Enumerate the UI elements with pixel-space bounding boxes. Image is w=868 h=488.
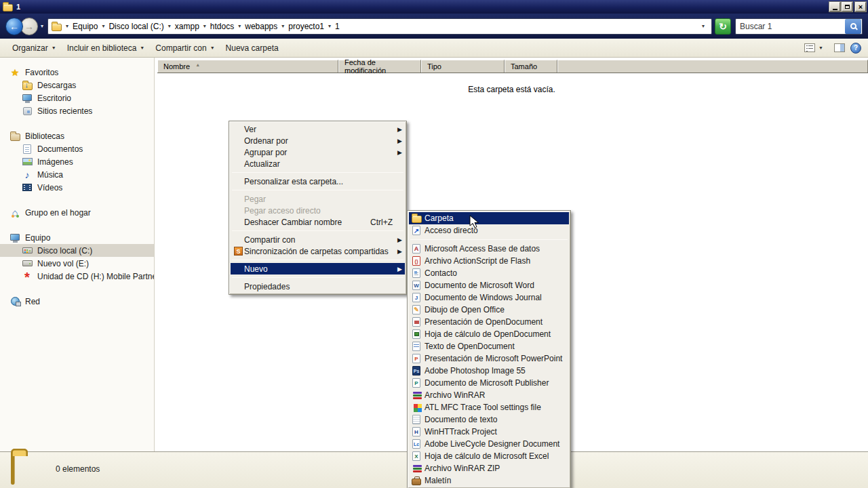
minimize-button[interactable] <box>829 2 840 12</box>
submenu-item-atl-mfc[interactable]: ATL MFC Trace Tool settings file <box>409 401 569 413</box>
breadcrumb-xampp[interactable]: xampp <box>175 22 199 31</box>
column-header-tamano[interactable]: Tamaño <box>505 60 557 73</box>
submenu-arrow-icon: ▶ <box>394 138 402 144</box>
breadcrumb-separator-icon[interactable]: ▾ <box>234 23 245 29</box>
sidebar-item-sitios-recientes[interactable]: Sitios recientes <box>0 104 154 117</box>
sidebar-item-nuevo-vol-e[interactable]: Nuevo vol (E:) <box>0 257 154 270</box>
submenu-item-photoshop[interactable]: Adobe Photoshop Image 55 <box>409 365 569 377</box>
submenu-item-maletin[interactable]: Maletín <box>409 474 569 487</box>
submenu-item-acceso-directo[interactable]: Acceso directo <box>409 224 569 237</box>
refresh-button[interactable]: ↻ <box>715 18 731 35</box>
sidebar-item-musica[interactable]: ♪ Música <box>0 168 154 181</box>
breadcrumb-separator-icon[interactable]: ▾ <box>324 23 335 29</box>
submenu-item-word[interactable]: Documento de Microsoft Word <box>409 279 569 291</box>
sidebar-item-videos[interactable]: Vídeos <box>0 181 154 194</box>
word-icon <box>411 280 422 291</box>
sidebar-item-escritorio[interactable]: Escritorio <box>0 92 154 104</box>
chevron-down-icon: ▼ <box>140 45 144 50</box>
submenu-arrow-icon: ▶ <box>394 149 402 156</box>
sidebar-group-grupo-hogar[interactable]: ⌂ Grupo en el hogar <box>0 206 154 219</box>
include-in-library-button[interactable]: Incluir en biblioteca▼ <box>62 41 151 56</box>
context-menu-item-agrupar-por[interactable]: Agrupar por▶ <box>231 146 405 158</box>
submenu-item-openoffice-draw[interactable]: Dibujo de Open Office <box>409 304 569 316</box>
breadcrumb-separator-icon[interactable]: ▾ <box>199 23 210 29</box>
context-menu-item-compartir-con[interactable]: Compartir con▶ <box>231 234 405 245</box>
menu-separator <box>232 277 403 278</box>
submenu-item-access[interactable]: Microsoft Access Base de datos <box>409 243 569 255</box>
submenu-item-ods[interactable]: Hoja de cálculo de OpenDocument <box>409 328 569 340</box>
star-icon: ★ <box>9 67 20 78</box>
context-menu: Ver▶ Ordenar por▶ Agrupar por▶ Actualiza… <box>229 121 407 295</box>
history-chevron-icon[interactable]: ▾ <box>41 23 43 29</box>
column-header-nombre[interactable]: Nombre▲ <box>157 60 338 73</box>
address-dropdown-icon[interactable]: ▾ <box>698 23 709 29</box>
breadcrumb-1[interactable]: 1 <box>335 22 340 31</box>
submenu-item-winrar[interactable]: Archivo WinRAR <box>409 389 569 401</box>
sidebar-item-imagenes[interactable]: Imágenes <box>0 155 154 168</box>
submenu-item-texto[interactable]: Documento de texto <box>409 413 569 426</box>
views-button[interactable]: ▼ <box>799 41 829 55</box>
submenu-item-actionscript[interactable]: Archivo ActionScript de Flash <box>409 255 569 267</box>
search-icon[interactable] <box>845 19 861 34</box>
libraries-icon <box>9 131 20 142</box>
share-with-button[interactable]: Compartir con▼ <box>150 41 220 56</box>
title-bar: 1 × <box>0 0 868 14</box>
sidebar-group-favoritos[interactable]: ★ Favoritos <box>0 66 154 79</box>
context-menu-item-ordenar-por[interactable]: Ordenar por▶ <box>231 135 405 146</box>
ods-icon <box>411 329 422 340</box>
contact-icon <box>411 268 422 279</box>
close-button[interactable]: × <box>855 2 866 12</box>
context-menu-item-sincronizacion[interactable]: S Sincronización de carpetas compartidas… <box>231 245 405 257</box>
breadcrumb-equipo[interactable]: Equipo <box>73 22 98 31</box>
submenu-item-odt[interactable]: Texto de OpenDocument <box>409 340 569 352</box>
submenu-item-excel[interactable]: Hoja de cálculo de Microsoft Excel <box>409 450 569 462</box>
sidebar-item-disco-local-c[interactable]: Disco local (C:) <box>0 244 154 257</box>
breadcrumb-disco-local[interactable]: Disco local (C:) <box>108 22 163 31</box>
sidebar-group-bibliotecas[interactable]: Bibliotecas <box>0 129 154 142</box>
submenu-item-publisher[interactable]: Documento de Microsoft Publisher <box>409 377 569 389</box>
submenu-item-contacto[interactable]: Contacto <box>409 267 569 279</box>
submenu-item-carpeta[interactable]: Carpeta <box>409 212 569 224</box>
sidebar-item-descargas[interactable]: Descargas <box>0 79 154 92</box>
organize-button[interactable]: Organizar▼ <box>7 41 62 56</box>
submenu-item-winrar-zip[interactable]: Archivo WinRAR ZIP <box>409 462 569 474</box>
submenu-item-odp[interactable]: Presentación de OpenDocument <box>409 316 569 328</box>
sidebar-group-red[interactable]: Red <box>0 295 154 308</box>
chevron-down-icon: ▼ <box>818 45 823 50</box>
submenu-item-journal[interactable]: Documento de Windows Journal <box>409 291 569 304</box>
context-menu-item-deshacer[interactable]: Deshacer Cambiar nombre Ctrl+Z <box>231 216 405 228</box>
column-header-fecha[interactable]: Fecha de modificación <box>338 60 421 73</box>
briefcase-icon <box>411 475 422 486</box>
new-folder-button[interactable]: Nueva carpeta <box>220 41 284 56</box>
breadcrumb-htdocs[interactable]: htdocs <box>210 22 234 31</box>
submenu-item-winhttrack[interactable]: WinHTTrack Project <box>409 426 569 438</box>
breadcrumb-proyecto1[interactable]: proyecto1 <box>288 22 324 31</box>
restore-button[interactable] <box>842 2 852 12</box>
context-menu-item-personalizar[interactable]: Personalizar esta carpeta... <box>231 176 405 187</box>
context-menu-item-propiedades[interactable]: Propiedades <box>231 281 405 292</box>
breadcrumb-separator-icon[interactable]: ▾ <box>277 23 288 29</box>
sidebar-item-cd-h-mobile-partner[interactable]: * Unidad de CD (H:) Mobile Partner <box>0 270 154 283</box>
preview-pane-button[interactable] <box>834 43 845 52</box>
back-button[interactable]: ← <box>5 18 23 35</box>
menu-separator <box>232 230 403 231</box>
column-header-tipo[interactable]: Tipo <box>421 60 505 73</box>
downloads-folder-icon <box>22 80 33 91</box>
context-menu-item-ver[interactable]: Ver▶ <box>231 123 405 135</box>
sidebar-group-equipo[interactable]: Equipo <box>0 231 154 244</box>
excel-icon <box>411 451 422 462</box>
breadcrumb-webapps[interactable]: webapps <box>245 22 277 31</box>
breadcrumb-separator-icon[interactable]: ▾ <box>62 23 73 29</box>
navigation-pane: ★ Favoritos Descargas Escritorio Sitios … <box>0 58 155 451</box>
sidebar-item-documentos[interactable]: Documentos <box>0 142 154 155</box>
search-input[interactable] <box>736 22 845 31</box>
address-bar[interactable]: ▾ Equipo ▾ Disco local (C:) ▾ xampp ▾ ht… <box>47 18 712 35</box>
breadcrumb-separator-icon[interactable]: ▾ <box>164 23 175 29</box>
help-button[interactable]: ? <box>850 43 861 54</box>
context-menu-item-actualizar[interactable]: Actualizar <box>231 158 405 169</box>
breadcrumb-separator-icon[interactable]: ▾ <box>98 23 108 29</box>
submenu-item-powerpoint[interactable]: Presentación de Microsoft PowerPoint <box>409 352 569 365</box>
shortcut-icon <box>411 225 422 236</box>
submenu-item-livecycle[interactable]: Adobe LiveCycle Designer Document <box>409 438 569 450</box>
context-menu-item-nuevo[interactable]: Nuevo▶ <box>231 263 405 274</box>
